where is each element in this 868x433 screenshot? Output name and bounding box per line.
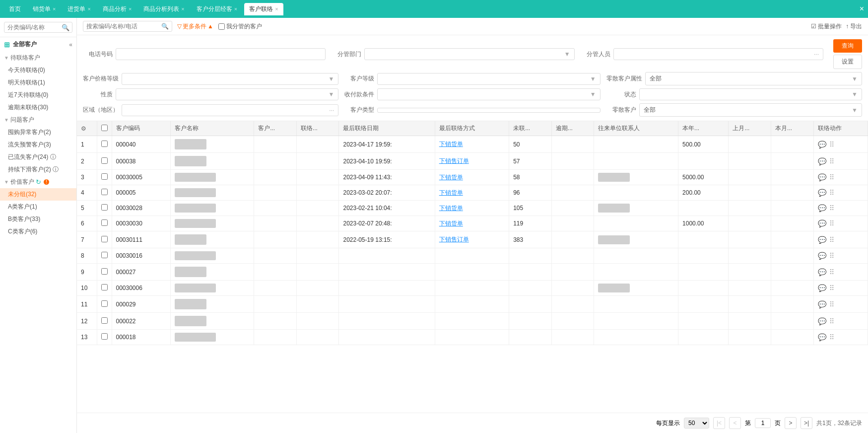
dept-select[interactable]: ▼ bbox=[364, 48, 574, 60]
close-contact-tab[interactable]: × bbox=[275, 6, 278, 12]
row-checkbox[interactable] bbox=[101, 157, 108, 164]
qr-icon[interactable]: ⠿ bbox=[829, 284, 834, 292]
more-filter-btn[interactable]: ▽ 更多条件 ▲ bbox=[177, 22, 213, 31]
sidebar-item-b-class[interactable]: B类客户(33) bbox=[0, 213, 76, 225]
row-checkbox[interactable] bbox=[101, 204, 108, 211]
region-select[interactable]: ··· bbox=[122, 104, 338, 116]
sidebar-item-churn-warn[interactable]: 流失预警客户(3) bbox=[0, 139, 76, 151]
export-btn[interactable]: ↑ 导出 bbox=[846, 22, 862, 31]
close-purchase-tab[interactable]: × bbox=[87, 6, 90, 12]
reset-button[interactable]: 设置 bbox=[833, 55, 862, 69]
sidebar-item-a-class[interactable]: A类客户(1) bbox=[0, 201, 76, 213]
qr-icon[interactable]: ⠿ bbox=[829, 157, 834, 165]
qr-icon[interactable]: ⠿ bbox=[829, 189, 834, 197]
last-way-link[interactable]: 下销售订单 bbox=[439, 236, 469, 243]
payment-select[interactable]: ▼ bbox=[377, 88, 600, 100]
qr-icon[interactable]: ⠿ bbox=[829, 333, 834, 341]
last-way-link[interactable]: 下销售订单 bbox=[439, 157, 469, 164]
refresh-icon[interactable]: ↻ bbox=[36, 178, 41, 186]
sidebar-item-7days[interactable]: 近7天待联络(0) bbox=[0, 89, 76, 101]
last-page-btn[interactable]: >| bbox=[801, 417, 812, 429]
sidebar-item-churned[interactable]: 已流失客户(24) ⓘ bbox=[0, 151, 76, 163]
cust-level-select[interactable]: ▼ bbox=[377, 73, 600, 85]
message-icon[interactable]: 💬 bbox=[818, 204, 826, 212]
message-icon[interactable]: 💬 bbox=[818, 141, 826, 148]
message-icon[interactable]: 💬 bbox=[818, 189, 826, 197]
sidebar-item-declining[interactable]: 持续下滑客户(2) ⓘ bbox=[0, 163, 76, 176]
cust-type-select[interactable] bbox=[377, 108, 600, 113]
sidebar-all-customers[interactable]: ⊞ 全部客户 « bbox=[0, 37, 76, 52]
status-select[interactable]: ▼ bbox=[639, 88, 862, 100]
sidebar-item-tomorrow[interactable]: 明天待联络(1) bbox=[0, 76, 76, 89]
per-page-select[interactable]: 50 20 100 bbox=[684, 418, 709, 429]
qr-icon[interactable]: ⠿ bbox=[829, 173, 834, 181]
my-customers-check[interactable] bbox=[218, 23, 225, 30]
row-checkbox[interactable] bbox=[101, 317, 108, 324]
message-icon[interactable]: 💬 bbox=[818, 173, 826, 181]
message-icon[interactable]: 💬 bbox=[818, 157, 826, 165]
last-way-link[interactable]: 下销货单 bbox=[439, 174, 463, 181]
message-icon[interactable]: 💬 bbox=[818, 284, 826, 292]
th-checkbox[interactable] bbox=[97, 121, 112, 136]
qr-icon[interactable]: ⠿ bbox=[829, 317, 834, 325]
phone-input[interactable] bbox=[116, 48, 326, 60]
last-way-link[interactable]: 下销货单 bbox=[439, 189, 463, 196]
tab-home[interactable]: 首页 bbox=[4, 3, 26, 15]
row-checkbox[interactable] bbox=[101, 189, 108, 195]
my-customers-checkbox[interactable]: 我分管的客户 bbox=[218, 22, 262, 31]
qr-icon[interactable]: ⠿ bbox=[829, 300, 834, 308]
tab-customer-contact[interactable]: 客户联络 × bbox=[244, 3, 283, 15]
manager-select[interactable]: ··· bbox=[613, 48, 823, 60]
last-way-link[interactable]: 下销货单 bbox=[439, 205, 463, 212]
qr-icon[interactable]: ⠿ bbox=[829, 252, 834, 260]
row-checkbox[interactable] bbox=[101, 141, 108, 147]
query-button[interactable]: 查询 bbox=[833, 39, 862, 53]
message-icon[interactable]: 💬 bbox=[818, 333, 826, 341]
sidebar-section-problem[interactable]: ▼ 问题客户 bbox=[0, 114, 76, 126]
row-checkbox[interactable] bbox=[101, 284, 108, 290]
th-settings[interactable]: ⚙ bbox=[77, 121, 97, 136]
tab-analysis[interactable]: 商品分析 × bbox=[98, 3, 136, 15]
sidebar-item-ungrouped[interactable]: 未分组(32) bbox=[0, 188, 76, 201]
close-analysis-tab[interactable]: × bbox=[129, 6, 132, 12]
message-icon[interactable]: 💬 bbox=[818, 252, 826, 260]
qr-icon[interactable]: ⠿ bbox=[829, 236, 834, 244]
batch-op-btn[interactable]: ☑ 批量操作 bbox=[811, 22, 842, 31]
sidebar-item-overdue[interactable]: 逾期未联络(30) bbox=[0, 101, 76, 114]
row-checkbox[interactable] bbox=[101, 236, 108, 242]
message-icon[interactable]: 💬 bbox=[818, 219, 826, 227]
row-checkbox[interactable] bbox=[101, 333, 108, 340]
qr-icon[interactable]: ⠿ bbox=[829, 141, 834, 148]
message-icon[interactable]: 💬 bbox=[818, 268, 826, 276]
message-icon[interactable]: 💬 bbox=[818, 300, 826, 308]
filter-search-box[interactable]: 🔍 bbox=[83, 21, 172, 32]
row-checkbox[interactable] bbox=[101, 219, 108, 226]
qr-icon[interactable]: ⠿ bbox=[829, 204, 834, 212]
row-checkbox[interactable] bbox=[101, 300, 108, 307]
filter-search-input[interactable] bbox=[86, 23, 161, 30]
sidebar-item-today[interactable]: 今天待联络(0) bbox=[0, 64, 76, 76]
last-way-link[interactable]: 下销货单 bbox=[439, 220, 463, 227]
sidebar-section-pending[interactable]: ▼ 待联络客户 bbox=[0, 52, 76, 64]
qr-icon[interactable]: ⠿ bbox=[829, 268, 834, 276]
close-analysis-list-tab[interactable]: × bbox=[181, 6, 184, 12]
tab-analysis-list[interactable]: 商品分析列表 × bbox=[138, 3, 189, 15]
sidebar-item-abnormal[interactable]: 囤购异常客户(2) bbox=[0, 126, 76, 139]
price-level-select[interactable]: ▼ bbox=[122, 73, 338, 85]
last-way-link[interactable]: 下销货单 bbox=[439, 141, 463, 147]
qr-icon[interactable]: ⠿ bbox=[829, 219, 834, 227]
row-checkbox[interactable] bbox=[101, 268, 108, 275]
scattered-attr-select[interactable]: 全部 ▼ bbox=[645, 72, 862, 85]
row-checkbox[interactable] bbox=[101, 252, 108, 258]
nature-select[interactable]: ▼ bbox=[116, 88, 338, 100]
prev-page-btn[interactable]: < bbox=[729, 417, 741, 429]
close-tier-tab[interactable]: × bbox=[234, 6, 237, 12]
tab-sales[interactable]: 销货单 × bbox=[28, 3, 61, 15]
settings-icon[interactable]: ⚙ bbox=[81, 125, 86, 132]
scattered-select[interactable]: 全部 ▼ bbox=[639, 103, 862, 117]
message-icon[interactable]: 💬 bbox=[818, 317, 826, 325]
tab-purchase[interactable]: 进货单 × bbox=[63, 3, 95, 15]
next-page-btn[interactable]: > bbox=[785, 417, 797, 429]
close-sales-tab[interactable]: × bbox=[53, 6, 56, 12]
first-page-btn[interactable]: |< bbox=[713, 417, 725, 429]
